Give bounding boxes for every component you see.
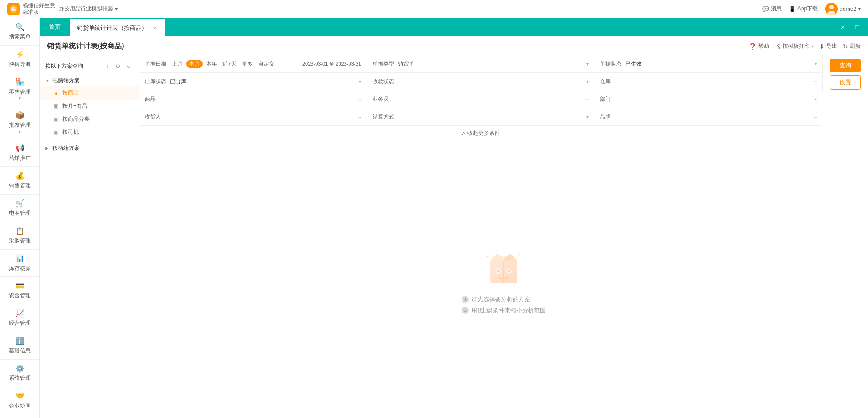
settlement-dropdown-icon[interactable]: ▾ — [586, 114, 589, 119]
query-button[interactable]: 查询 — [830, 59, 861, 72]
sidebar-item-wholesale[interactable]: 📦 批发管理 ▲ — [0, 106, 39, 139]
app-icon: 📱 — [789, 6, 796, 12]
sidebar-item-marketing[interactable]: 📢 营销推广 — [0, 139, 39, 167]
payment-status-dropdown-icon[interactable]: ▾ — [586, 79, 589, 84]
svg-point-10 — [508, 270, 510, 272]
window-max-btn[interactable]: □ — [852, 22, 863, 33]
payment-status-value-area[interactable]: ▾ — [398, 79, 589, 84]
setting-button[interactable]: 设置 — [830, 75, 861, 90]
sidebar-item-operations[interactable]: 📈 经营管理 — [0, 304, 39, 332]
settlement-icons: ▾ — [586, 114, 589, 119]
date-prev-month-btn[interactable]: 上月 — [170, 60, 184, 68]
message-btn[interactable]: 💬 消息 — [762, 5, 782, 13]
sidebar-item-retail[interactable]: 🏪 零售管理 ▼ — [0, 73, 39, 106]
scheme-group-desktop-header[interactable]: ▼ 电脑端方案 — [40, 75, 139, 86]
dept-value-area[interactable]: ▾ — [624, 97, 817, 102]
sidebar-item-finance[interactable]: 💳 资金管理 — [0, 277, 39, 304]
right-area: 单据日期 上月 本月 本年 近7天 更多 自定义 — [139, 55, 868, 418]
filter-row-2: 出库状态 已出库 ▾ 收款状态 — [139, 73, 822, 90]
warehouse-status-dropdown-icon[interactable]: ▾ — [359, 79, 361, 84]
tab-close-btn[interactable]: × — [151, 24, 158, 32]
hint2-num: ② — [462, 307, 469, 314]
window-close-btn[interactable]: × — [837, 22, 848, 33]
settlement-value-area[interactable]: ▾ — [398, 114, 589, 119]
scheme-item-by-product[interactable]: ● 按商品 — [40, 86, 139, 100]
svg-text:✦: ✦ — [514, 284, 516, 287]
brand-more-icon[interactable]: ··· — [813, 113, 817, 120]
empty-hint-1: ① 请先选择要分析的方案 — [462, 295, 530, 304]
print-icon: 🖨 — [774, 43, 781, 50]
industry-dropdown[interactable]: 办公用品行业模拟账套 ▾ — [59, 5, 118, 13]
receiver-more-icon[interactable]: ··· — [357, 113, 361, 120]
goods-icons: ··· — [357, 95, 361, 103]
sidebar-item-procurement[interactable]: 📋 采购管理 — [0, 222, 39, 250]
hint1-text: 请先选择要分析的方案 — [472, 295, 530, 304]
export-btn[interactable]: ⬇ 导出 — [819, 43, 837, 50]
staff-value-area[interactable]: ··· — [397, 95, 589, 103]
sidebar-item-inventory[interactable]: 📊 库存核算 — [0, 250, 39, 277]
refresh-btn[interactable]: ↻ 刷新 — [843, 43, 861, 50]
collapse-bar[interactable]: ∧ 收起更多条件 — [139, 125, 822, 141]
filter-actions: 查询 设置 — [822, 55, 868, 93]
filter-warehouse-cell: 仓库 ··· — [594, 73, 822, 90]
sidebar-item-quick-nav[interactable]: ⚡ 快捷导航 — [0, 46, 39, 73]
brand-value-area[interactable]: ··· — [624, 113, 817, 120]
date-recent7-btn[interactable]: 近7天 — [221, 60, 238, 68]
desktop-arrow-icon: ▼ — [45, 78, 51, 83]
scheme-add-btn[interactable]: + — [103, 62, 112, 71]
goods-more-icon[interactable]: ··· — [357, 95, 361, 103]
scheme-settings-btn[interactable]: ⚙ — [113, 62, 123, 71]
ecommerce-icon: 🛒 — [15, 199, 24, 208]
scheme-group-mobile-header[interactable]: ▶ 移动端方案 — [40, 142, 139, 154]
app-download-btn[interactable]: 📱 App下载 — [789, 5, 818, 13]
help-btn[interactable]: ❓ 帮助 — [749, 43, 769, 50]
warehouse-status-value-area[interactable]: 已出库 ▾ — [170, 78, 361, 86]
filter-rows: 单据日期 上月 本月 本年 近7天 更多 自定义 — [139, 55, 822, 141]
filter-doc-status-cell: 单据状态 已生效 ▾ — [594, 55, 822, 72]
scheme-collapse-btn[interactable]: « — [124, 62, 133, 71]
tab-home[interactable]: 首页 — [40, 18, 70, 36]
filter-payment-status-cell: 收款状态 ▾ — [367, 73, 595, 90]
warehouse-status-icons: ▾ — [359, 79, 361, 84]
scheme-item-icon-product: ● — [52, 90, 60, 97]
doc-type-value-area[interactable]: 销货单 ▾ — [398, 60, 589, 68]
logo-icon: 畅 — [7, 3, 20, 15]
marketing-icon: 📢 — [15, 144, 24, 153]
sidebar-item-sales[interactable]: 💰 销售管理 — [0, 167, 39, 195]
date-current-month-btn[interactable]: 本月 — [186, 60, 203, 68]
two-panel: 按以下方案查询 + ⚙ « ▼ 电脑端方案 — [40, 55, 868, 418]
svg-text:✦: ✦ — [486, 254, 489, 259]
doc-status-value-area[interactable]: 已生效 ▾ — [625, 60, 817, 68]
sidebar-item-guide[interactable]: 🎯 新手引导 — [0, 414, 39, 418]
filter-dept-cell: 部门 ▾ — [594, 90, 822, 108]
print-btn[interactable]: 🖨 按模板打印 ▾ — [774, 43, 814, 50]
scheme-header-title: 按以下方案查询 — [45, 62, 83, 70]
date-year-btn[interactable]: 本年 — [204, 60, 219, 68]
scheme-item-by-category[interactable]: ▣ 按商品分类 — [40, 113, 139, 126]
warehouse-more-icon[interactable]: ··· — [813, 78, 817, 85]
date-range-value: 2023-03-01 至 2023-03-31 — [302, 61, 361, 67]
scheme-group-desktop: ▼ 电脑端方案 ● 按商品 ▣ 按月+商品 ▣ — [40, 73, 139, 141]
filter-warehouse-status-cell: 出库状态 已出库 ▾ — [139, 73, 367, 90]
goods-value-area[interactable]: ··· — [169, 95, 361, 103]
scheme-item-by-month-product[interactable]: ▣ 按月+商品 — [40, 100, 139, 113]
date-more-btn[interactable]: 更多 — [240, 60, 255, 68]
doc-status-dropdown-icon[interactable]: ▾ — [815, 62, 817, 66]
date-custom-btn[interactable]: 自定义 — [256, 60, 276, 68]
sidebar-item-ecommerce[interactable]: 🛒 电商管理 — [0, 195, 39, 222]
doc-status-icons: ▾ — [815, 62, 817, 66]
user-menu[interactable]: demo2 ▾ — [825, 3, 861, 15]
staff-more-icon[interactable]: ··· — [585, 95, 589, 103]
sidebar-item-enterprise[interactable]: 🤝 企业协同 — [0, 387, 39, 415]
warehouse-value-area[interactable]: ··· — [624, 78, 817, 85]
scheme-item-by-driver[interactable]: ▣ 按司机 — [40, 126, 139, 139]
page-header-row: 销货单统计计表(按商品) ❓ 帮助 🖨 按模板打印 ▾ ⬇ 导出 — [40, 36, 868, 55]
tab-current-page[interactable]: 销货单统计计表（按商品） × — [70, 19, 165, 37]
dept-dropdown-icon[interactable]: ▾ — [815, 97, 817, 102]
sidebar-item-system[interactable]: ⚙️ 系统管理 — [0, 360, 39, 387]
sidebar-item-search-menu[interactable]: 🔍 搜索菜单 — [0, 18, 39, 46]
doc-type-dropdown-icon[interactable]: ▾ — [586, 62, 589, 66]
help-icon: ❓ — [749, 43, 756, 50]
sidebar-item-basic-info[interactable]: ℹ️ 基础信息 — [0, 332, 39, 360]
receiver-value-area[interactable]: ··· — [169, 113, 361, 120]
